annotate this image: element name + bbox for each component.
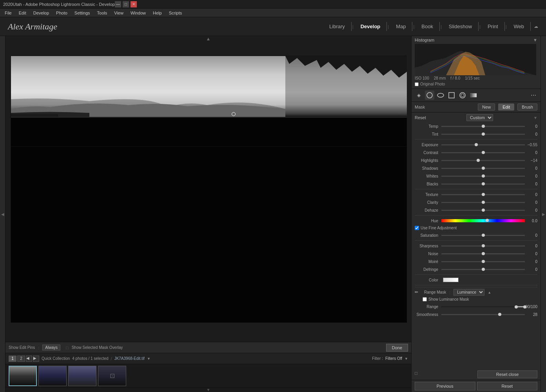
mask-circle-button[interactable] xyxy=(425,91,434,100)
reset2-button[interactable]: Reset xyxy=(477,382,538,390)
hue-slider[interactable] xyxy=(441,219,525,222)
nav-map[interactable]: Map xyxy=(390,22,412,31)
range-mask-dropdown[interactable]: Luminance xyxy=(453,289,484,296)
texture-row: Texture 0 xyxy=(415,191,537,198)
nav-book[interactable]: Book xyxy=(415,22,440,31)
whites-slider[interactable] xyxy=(441,176,525,177)
dehaze-label: Dehaze xyxy=(415,208,441,212)
next-arrow[interactable]: ▶ xyxy=(33,356,39,362)
filter-value: Filters Off xyxy=(385,356,402,361)
mask-rect-button[interactable] xyxy=(447,91,456,100)
range-slider[interactable] xyxy=(441,306,525,307)
reset-button[interactable]: Reset xyxy=(415,115,426,120)
shadows-slider[interactable] xyxy=(441,168,525,169)
exposure-slider[interactable] xyxy=(441,144,525,145)
close-button[interactable]: ✕ xyxy=(131,1,137,7)
left-panel-toggle[interactable]: ◀ xyxy=(0,36,5,392)
blacks-slider[interactable] xyxy=(441,183,525,185)
right-panel-toggle[interactable]: ▶ xyxy=(541,36,546,392)
original-photo-checkbox[interactable] xyxy=(415,82,419,86)
nav-web[interactable]: Web xyxy=(508,22,531,31)
aperture-info: f / 8.0 xyxy=(450,76,460,80)
thumbnail-3[interactable] xyxy=(68,366,96,386)
menu-photo[interactable]: Photo xyxy=(53,10,71,16)
texture-slider[interactable] xyxy=(441,194,525,195)
mask-edit-button[interactable]: Edit xyxy=(498,103,514,111)
exposure-row: Exposure −0.55 xyxy=(415,141,537,148)
nav-library[interactable]: Library xyxy=(323,22,352,31)
menu-view[interactable]: View xyxy=(111,10,127,16)
mask-more-button[interactable]: ⋯ xyxy=(529,91,538,100)
svg-point-7 xyxy=(437,93,444,97)
photo-bottom xyxy=(11,118,407,323)
whites-value: 0 xyxy=(525,174,537,178)
nav-links: Library | Develop | Map | Book | Slidesh… xyxy=(323,22,538,31)
nav-slideshow[interactable]: Slideshow xyxy=(443,22,479,31)
mask-brush-button[interactable]: Brush xyxy=(517,103,537,111)
minimize-button[interactable]: — xyxy=(115,1,121,7)
done-button[interactable]: Done xyxy=(386,344,408,352)
fine-adjustment-checkbox[interactable] xyxy=(415,226,419,230)
col-2-button[interactable]: 2 xyxy=(17,356,25,362)
thumbnail-1[interactable] xyxy=(9,366,37,386)
show-luminance-mask-row: Show Luminance Mask xyxy=(415,297,537,301)
whites-row: Whites 0 xyxy=(415,172,537,180)
mask-type-1-button[interactable]: ◈ xyxy=(414,91,423,100)
center-panel: ▲ xyxy=(5,36,411,392)
nav-develop[interactable]: Develop xyxy=(354,22,387,31)
menu-help[interactable]: Help xyxy=(150,10,165,16)
svg-rect-8 xyxy=(449,93,454,98)
fine-adjustment-label: Use Fine Adjustment xyxy=(421,226,457,230)
tint-slider[interactable] xyxy=(441,134,525,135)
mask-new-button[interactable]: New xyxy=(478,103,495,111)
clarity-slider[interactable] xyxy=(441,202,525,203)
dropdown-arrow[interactable]: ▼ xyxy=(533,116,537,120)
menu-develop[interactable]: Develop xyxy=(30,10,52,16)
highlights-slider[interactable] xyxy=(441,160,525,161)
show-mask-label: Show Selected Mask Overlay xyxy=(72,345,123,350)
iso-info: ISO 100 xyxy=(415,76,429,80)
smoothness-slider[interactable] xyxy=(441,314,525,315)
menu-file[interactable]: File xyxy=(2,10,15,16)
nav-print[interactable]: Print xyxy=(481,22,505,31)
thumbnail-2[interactable] xyxy=(38,366,67,386)
col-1-button[interactable]: 1 xyxy=(9,356,16,362)
menu-edit[interactable]: Edit xyxy=(16,10,29,16)
sharpness-slider[interactable] xyxy=(441,245,525,247)
prev-arrow[interactable]: ◀ xyxy=(26,356,32,362)
moire-slider[interactable] xyxy=(441,261,525,262)
mask-gradient-button[interactable] xyxy=(469,91,478,100)
mask-circle2-button[interactable] xyxy=(458,91,467,100)
preset-dropdown[interactable]: Custom xyxy=(466,114,493,121)
maximize-button[interactable]: □ xyxy=(123,1,129,7)
show-luminance-label: Show Luminance Mask xyxy=(428,297,469,301)
thumbnail-4[interactable]: ⊡ xyxy=(98,366,126,386)
defringe-slider[interactable] xyxy=(441,269,525,270)
svg-point-6 xyxy=(427,93,432,98)
svg-point-10 xyxy=(461,94,464,97)
noise-slider[interactable] xyxy=(441,253,525,254)
always-button[interactable]: Always xyxy=(42,345,60,350)
top-panel-toggle[interactable]: ▲ xyxy=(206,36,211,42)
reset-close-button[interactable]: Reset close xyxy=(477,370,537,378)
mask-label-row: Mask New Edit Brush xyxy=(412,102,541,113)
dehaze-slider[interactable] xyxy=(441,210,525,211)
menu-window[interactable]: Window xyxy=(127,10,149,16)
saturation-slider[interactable] xyxy=(441,235,525,236)
show-luminance-checkbox[interactable] xyxy=(423,297,427,301)
mask-pin[interactable] xyxy=(232,112,236,116)
mask-oval-button[interactable] xyxy=(436,91,445,100)
contrast-slider[interactable] xyxy=(441,152,525,153)
previous-button[interactable]: Previous xyxy=(415,382,475,390)
color-swatch[interactable] xyxy=(443,278,459,282)
menu-settings[interactable]: Settings xyxy=(71,10,93,16)
titlebar: 2020Utah - Adobe Photoshop Lightroom Cla… xyxy=(0,0,546,9)
tint-label: Tint xyxy=(415,132,441,136)
menu-scripts[interactable]: Scripts xyxy=(166,10,185,16)
temp-slider[interactable] xyxy=(441,126,525,127)
sharpness-value: 0 xyxy=(525,244,537,248)
menu-tools[interactable]: Tools xyxy=(94,10,111,16)
lens-info: 28 mm xyxy=(434,76,446,80)
adjustments-panel: Reset Custom ▼ Temp 0 Tint 0 xyxy=(412,113,541,370)
blacks-value: 0 xyxy=(525,182,537,186)
